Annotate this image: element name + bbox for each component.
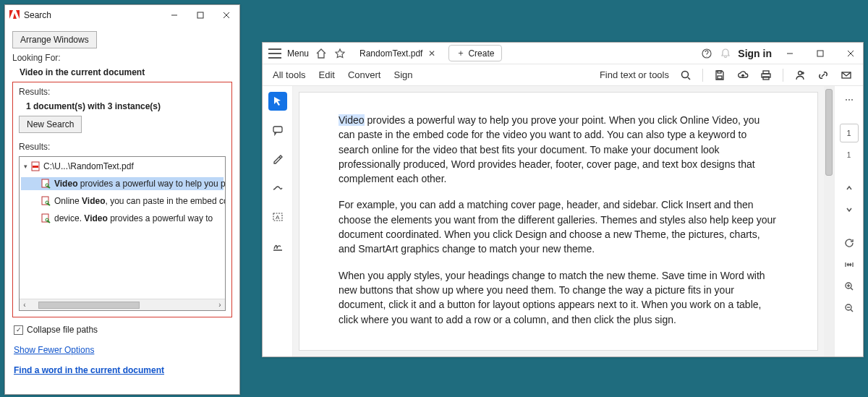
svg-line-32 (851, 288, 853, 290)
svg-rect-5 (33, 166, 38, 168)
page-count: 1 (840, 145, 859, 164)
svg-rect-28 (273, 127, 282, 132)
signin-button[interactable]: Sign in (738, 48, 772, 59)
document-page[interactable]: Video provides a powerful way to help yo… (299, 92, 818, 351)
pdf-hit-icon (41, 213, 51, 223)
results-h-scrollbar[interactable]: ‹ › (20, 299, 225, 310)
selection-tool-icon[interactable] (268, 92, 287, 111)
search-highlight: Video (339, 114, 365, 126)
arrange-windows-button[interactable]: Arrange Windows (12, 31, 97, 48)
result-item-text: device. Video provides a powerful way to (54, 213, 213, 223)
search-window-title: Search (24, 10, 157, 20)
highlight-tool-icon[interactable] (268, 150, 287, 168)
result-file-row[interactable]: ▾ C:\U...\RandomText.pdf (21, 160, 224, 173)
create-button[interactable]: ＋ Create (448, 45, 502, 61)
acrobat-window: Menu RandomText.pdf ✕ ＋ Create Sign in A… (262, 42, 864, 357)
page-number-input[interactable]: 1 (840, 124, 859, 142)
checkbox-icon[interactable]: ✓ (14, 325, 23, 335)
result-item[interactable]: device. Video provides a powerful way to (21, 212, 224, 225)
page-up-icon[interactable] (840, 179, 859, 197)
left-toolbar: A (263, 86, 293, 357)
maximize-button[interactable] (187, 5, 213, 25)
collapse-icon[interactable]: ▾ (24, 163, 27, 170)
page-area: Video provides a powerful way to help yo… (293, 86, 834, 357)
close-button[interactable] (838, 43, 863, 64)
svg-rect-19 (718, 76, 722, 79)
results-header: Results: (19, 142, 226, 152)
minimize-button[interactable] (161, 5, 187, 25)
scroll-left-icon[interactable]: ‹ (20, 301, 30, 309)
text-box-tool-icon[interactable]: A (268, 208, 287, 226)
svg-rect-1 (197, 12, 203, 18)
paragraph: Video provides a powerful way to help yo… (339, 113, 778, 186)
comment-tool-icon[interactable] (268, 121, 287, 140)
sign-button[interactable]: Sign (393, 69, 412, 80)
save-icon[interactable] (713, 69, 726, 82)
star-icon[interactable] (333, 47, 346, 60)
svg-point-24 (799, 71, 802, 74)
show-fewer-options-link[interactable]: Show Fewer Options (14, 345, 94, 355)
svg-rect-20 (718, 71, 721, 73)
result-item-text: Online Video, you can paste in the embed… (54, 196, 226, 206)
tab-label: RandomText.pdf (359, 48, 422, 59)
collapse-paths-checkbox[interactable]: ✓ Collapse file paths (12, 322, 232, 338)
pdf-hit-icon (41, 179, 51, 189)
find-word-link[interactable]: Find a word in the current document (14, 365, 164, 375)
close-button[interactable] (213, 5, 239, 25)
result-item[interactable]: Online Video, you can paste in the embed… (21, 195, 224, 208)
v-scrollbar[interactable] (824, 86, 834, 357)
menu-label[interactable]: Menu (287, 48, 309, 59)
zoom-out-icon[interactable] (840, 299, 859, 317)
scroll-thumb[interactable] (825, 89, 833, 176)
acrobat-toolbar: All tools Edit Convert Sign Find text or… (263, 64, 863, 86)
page-down-icon[interactable] (840, 200, 859, 219)
share-user-icon[interactable] (793, 69, 807, 82)
draw-tool-icon[interactable] (268, 179, 287, 197)
fit-width-icon[interactable] (840, 255, 859, 274)
cloud-upload-icon[interactable] (736, 69, 749, 82)
convert-button[interactable]: Convert (348, 69, 381, 80)
svg-line-18 (688, 77, 690, 80)
acrobat-titlebar: Menu RandomText.pdf ✕ ＋ Create Sign in (263, 43, 863, 64)
results-label: Results: (19, 87, 226, 97)
looking-for-value: Video in the current document (12, 67, 232, 77)
signature-tool-icon[interactable] (268, 236, 287, 255)
right-toolbar: ⋯ 1 1 (834, 86, 863, 357)
svg-rect-23 (763, 77, 769, 80)
new-search-button[interactable]: New Search (19, 116, 82, 133)
result-file-path: C:\U...\RandomText.pdf (43, 161, 134, 171)
search-icon[interactable] (679, 69, 692, 82)
document-tab[interactable]: RandomText.pdf ✕ (352, 46, 443, 61)
maximize-button[interactable] (808, 43, 833, 64)
scroll-thumb[interactable] (38, 302, 140, 309)
scroll-right-icon[interactable]: › (215, 301, 225, 309)
plus-icon: ＋ (456, 47, 465, 59)
results-summary: 1 document(s) with 3 instance(s) (19, 101, 226, 111)
search-titlebar: Search (5, 5, 239, 25)
minimize-button[interactable] (778, 43, 802, 64)
svg-line-36 (851, 310, 853, 312)
zoom-in-icon[interactable] (840, 277, 859, 296)
bell-icon[interactable] (719, 47, 732, 60)
search-window: Search Arrange Windows Looking For: Vide… (4, 4, 240, 395)
result-item[interactable]: Video provides a powerful way to help yo… (21, 177, 224, 190)
result-item-text: Video provides a powerful way to help yo… (54, 179, 226, 189)
rotate-icon[interactable] (840, 234, 859, 252)
help-icon[interactable] (700, 47, 713, 60)
results-list[interactable]: ▾ C:\U...\RandomText.pdf Video provides … (19, 156, 226, 311)
tab-close-icon[interactable]: ✕ (428, 48, 435, 59)
pdf-file-icon (30, 161, 41, 171)
print-icon[interactable] (760, 69, 773, 82)
looking-for-label: Looking For: (12, 53, 232, 63)
all-tools-button[interactable]: All tools (273, 69, 306, 80)
results-summary-box: Results: 1 document(s) with 3 instance(s… (12, 82, 232, 317)
collapse-paths-label: Collapse file paths (27, 325, 98, 335)
edit-button[interactable]: Edit (319, 69, 335, 80)
menu-button[interactable] (268, 47, 281, 60)
home-icon[interactable] (315, 47, 328, 60)
link-icon[interactable] (817, 69, 830, 82)
find-text-label[interactable]: Find text or tools (600, 69, 669, 80)
paragraph: For example, you can add a matching cove… (339, 197, 778, 256)
more-icon[interactable]: ⋯ (840, 90, 859, 109)
mail-icon[interactable] (840, 69, 853, 82)
